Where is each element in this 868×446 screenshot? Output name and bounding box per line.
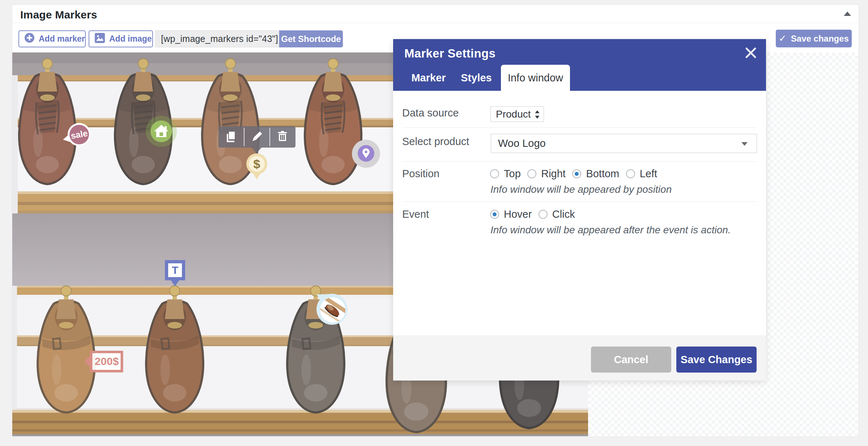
svg-text:200$: 200$ [95,355,119,367]
svg-text:T: T [172,264,178,276]
svg-text:$: $ [254,157,260,171]
